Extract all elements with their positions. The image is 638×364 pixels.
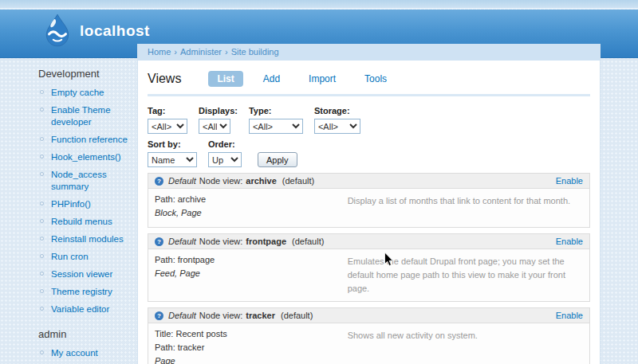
views-filters: Tag: <All> Displays: <All> Type: <All> S… [148, 106, 590, 167]
drupal-logo[interactable] [44, 14, 71, 47]
sidebar-item-rebuild-menus[interactable]: Rebuild menus [40, 216, 128, 228]
main-content-panel: Home›Administer›Site building Views List… [137, 44, 601, 364]
displays-label: Displays: [199, 106, 238, 115]
mouse-cursor [384, 252, 394, 268]
bullet-icon [40, 272, 44, 276]
breadcrumb-home[interactable]: Home [148, 47, 171, 57]
sidebar-item-reinstall-modules[interactable]: Reinstall modules [40, 233, 128, 245]
view-name: frontpage [246, 237, 286, 246]
top-strip [0, 0, 638, 9]
view-row-body: Title: Recent posts Path: tracker Page S… [148, 323, 589, 364]
sidebar-item-hook-elements[interactable]: Hook_elements() [40, 151, 128, 163]
view-type: Default [168, 237, 196, 246]
tag-label: Tag: [148, 106, 187, 115]
sidebar-item-theme-registry[interactable]: Theme registry [40, 286, 128, 298]
storage-label: Storage: [314, 106, 360, 115]
apply-button[interactable]: Apply [258, 152, 297, 167]
help-icon[interactable]: ? [155, 311, 163, 320]
sidebar-item-my-account[interactable]: My account [40, 347, 128, 359]
type-select[interactable]: <All> [249, 119, 303, 134]
view-row-frontpage: ? Default Node view: frontpage (default)… [148, 233, 590, 302]
bullet-icon [40, 90, 44, 94]
sidebar-item-session-viewer[interactable]: Session viewer [40, 268, 128, 280]
title-and-tabs-row: Views List Add Import Tools [148, 68, 590, 96]
view-description: Emulates the default Drupal front page; … [348, 255, 583, 296]
help-icon[interactable]: ? [155, 177, 163, 186]
bullet-icon [40, 155, 44, 159]
filter-row-1: Tag: <All> Displays: <All> Type: <All> S… [148, 106, 590, 134]
enable-link[interactable]: Enable [556, 311, 583, 320]
view-details: Path: archive Block, Page [155, 194, 348, 221]
tab-import[interactable]: Import [300, 71, 345, 87]
tab-list[interactable]: List [208, 71, 242, 87]
view-details: Path: frontpage Feed, Page [155, 255, 348, 296]
bullet-icon [40, 254, 44, 258]
bullet-icon [40, 237, 44, 241]
filter-tag: Tag: <All> [148, 106, 187, 134]
storage-select[interactable]: <All> [314, 119, 360, 134]
sidebar-item-run-cron[interactable]: Run cron [40, 251, 128, 263]
sidebar-item-variable-editor[interactable]: Variable editor [40, 303, 128, 315]
sidebar-item-node-access-summary[interactable]: Node_access summary [40, 169, 128, 193]
sort-by-label: Sort by: [148, 139, 197, 149]
bullet-icon [40, 219, 44, 223]
breadcrumb-site-building[interactable]: Site building [231, 47, 279, 57]
tab-add[interactable]: Add [254, 71, 289, 87]
sidebar-item-function-reference[interactable]: Function reference [40, 134, 128, 146]
view-name: tracker [246, 311, 275, 320]
tab-tools[interactable]: Tools [356, 71, 396, 87]
view-row-header: ? Default Node view: archive (default) E… [148, 174, 589, 189]
view-row-body: Path: archive Block, Page Display a list… [148, 189, 589, 227]
view-row-header: ? Default Node view: frontpage (default)… [148, 234, 589, 249]
filter-sort-by: Sort by: Name [148, 139, 197, 167]
tag-select[interactable]: <All> [148, 119, 187, 134]
content-area: Views List Add Import Tools Tag: <All> D… [138, 61, 600, 364]
enable-link[interactable]: Enable [556, 237, 583, 246]
filter-storage: Storage: <All> [314, 106, 360, 134]
view-description: Shows all new activity on system. [348, 329, 583, 364]
view-title: Title: Recent posts [155, 329, 348, 339]
view-displays: Feed, Page [155, 268, 348, 278]
view-row-body: Path: frontpage Feed, Page Emulates the … [148, 249, 589, 301]
sidebar-section-title-admin: admin [38, 328, 131, 340]
sidebar-section-title-development: Development [38, 68, 131, 80]
bullet-icon [40, 307, 44, 311]
help-icon[interactable]: ? [155, 237, 163, 246]
filter-row-2: Sort by: Name Order: Up Apply [148, 139, 590, 167]
view-description: Display a list of months that link to co… [348, 194, 583, 221]
view-row-header: ? Default Node view: tracker (default) E… [148, 308, 589, 323]
breadcrumb-administer[interactable]: Administer [180, 47, 222, 57]
site-name[interactable]: localhost [80, 22, 150, 40]
view-displays: Block, Page [155, 208, 348, 217]
enable-link[interactable]: Enable [556, 176, 583, 186]
bullet-icon [40, 108, 44, 112]
bullet-icon [40, 137, 44, 141]
page-title: Views [148, 72, 181, 86]
filter-type: Type: <All> [249, 106, 303, 134]
view-suffix: (default) [292, 237, 324, 246]
view-path: Path: archive [155, 194, 348, 204]
sidebar-item-phpinfo[interactable]: PHPinfo() [40, 198, 128, 210]
breadcrumb-separator: › [174, 47, 177, 57]
drupal-admin-page: localhost Development Empty cache Enable… [0, 0, 638, 364]
view-kind: Node view: [199, 311, 242, 320]
view-displays: Page [155, 356, 348, 364]
type-label: Type: [249, 106, 303, 115]
view-path: Path: tracker [155, 342, 348, 352]
displays-select[interactable]: <All> [199, 119, 230, 134]
filter-displays: Displays: <All> [199, 106, 238, 134]
sidebar: Development Empty cache Enable Theme dev… [0, 58, 137, 364]
view-suffix: (default) [282, 176, 314, 186]
order-label: Order: [208, 139, 242, 149]
sort-by-select[interactable]: Name [148, 152, 197, 167]
view-row-tracker: ? Default Node view: tracker (default) E… [148, 307, 590, 364]
sidebar-item-empty-cache[interactable]: Empty cache [40, 87, 128, 99]
view-row-archive: ? Default Node view: archive (default) E… [148, 173, 590, 228]
sidebar-item-enable-theme-developer[interactable]: Enable Theme developer [40, 104, 128, 128]
breadcrumb-separator: › [225, 47, 228, 57]
order-select[interactable]: Up [208, 152, 242, 167]
breadcrumb: Home›Administer›Site building [138, 44, 600, 61]
view-suffix: (default) [281, 311, 313, 320]
view-kind: Node view: [199, 176, 242, 186]
bullet-icon [40, 350, 44, 354]
